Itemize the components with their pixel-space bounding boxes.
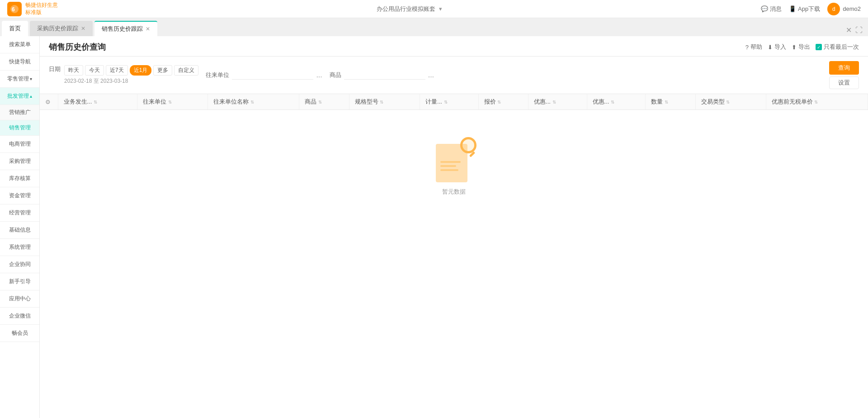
sort-unit-name-icon: ⇅ bbox=[250, 100, 254, 104]
sidebar-item-enterprise-coop[interactable]: 企业协同 bbox=[0, 256, 39, 273]
col-header-qty[interactable]: 数量 ⇅ bbox=[646, 94, 695, 110]
goods-filter: 商品 ... bbox=[330, 71, 434, 80]
help-icon: ? bbox=[745, 44, 749, 51]
sidebar-item-wholesale-mgmt[interactable]: 批发管理 ▴ bbox=[0, 88, 39, 105]
import-btn[interactable]: ⬇ 导入 bbox=[768, 43, 786, 51]
tab-sales-history-close[interactable]: ✕ bbox=[146, 26, 150, 32]
tab-fullscreen-icon[interactable]: ⛶ bbox=[855, 26, 863, 34]
col-header-biz-date[interactable]: 业务发生... ⇅ bbox=[58, 94, 137, 110]
workspace-dropdown-icon[interactable]: ▾ bbox=[439, 5, 442, 12]
logo-icon: 6 bbox=[7, 2, 22, 16]
tab-close-all-icon[interactable]: ✕ bbox=[846, 26, 852, 34]
col-price-label: 报价 bbox=[484, 98, 496, 105]
msg-btn[interactable]: 💬 消息 bbox=[761, 5, 782, 13]
col-header-price[interactable]: 报价 ⇅ bbox=[478, 94, 528, 110]
col-header-unit-name[interactable]: 往来单位名称 ⇅ bbox=[208, 94, 299, 110]
date-filter-group: 日期 昨天 今天 近7天 近1月 更多 自定义 2023-02-18 至 202… bbox=[49, 65, 198, 85]
sidebar-item-basic-info[interactable]: 基础信息 bbox=[0, 222, 39, 239]
from-unit-dots[interactable]: ... bbox=[316, 71, 322, 79]
col-goods-label: 商品 bbox=[305, 98, 316, 105]
sort-discount2-icon: ⇅ bbox=[611, 100, 614, 104]
from-unit-label: 往来单位 bbox=[206, 71, 229, 79]
sidebar-item-new-guide[interactable]: 新手引导 bbox=[0, 273, 39, 290]
empty-text: 暂元数据 bbox=[442, 188, 466, 196]
sidebar-sub-group: 营销推广 销售管理 bbox=[0, 105, 39, 136]
sidebar-item-retail-mgmt[interactable]: 零售管理 ▾ bbox=[0, 71, 39, 88]
page-title: 销售历史价查询 bbox=[49, 42, 106, 52]
col-header-unit[interactable]: 计量... ⇅ bbox=[420, 94, 479, 110]
user-info[interactable]: d demo2 bbox=[827, 3, 861, 15]
date-btn-more[interactable]: 更多 bbox=[153, 65, 172, 76]
date-btn-1month[interactable]: 近1月 bbox=[130, 65, 152, 76]
goods-dots[interactable]: ... bbox=[428, 71, 434, 79]
col-header-spec[interactable]: 规格型号 ⇅ bbox=[349, 94, 420, 110]
date-label: 日期 bbox=[49, 65, 61, 73]
col-header-tax-price[interactable]: 优惠前无税单价 ⇅ bbox=[766, 94, 868, 110]
col-header-discount1[interactable]: 优惠... ⇅ bbox=[528, 94, 587, 110]
export-btn[interactable]: ⬆ 导出 bbox=[792, 43, 810, 51]
col-header-goods[interactable]: 商品 ⇅ bbox=[299, 94, 349, 110]
tab-home[interactable]: 首页 bbox=[2, 21, 28, 36]
sidebar-item-quick-nav[interactable]: 快捷导航 bbox=[0, 53, 39, 71]
date-btn-7days[interactable]: 近7天 bbox=[106, 65, 128, 76]
settings-button[interactable]: 设置 bbox=[829, 76, 859, 89]
sidebar: 搜索菜单 快捷导航 零售管理 ▾ 批发管理 ▴ 营销推广 销售管理 电商管理 采… bbox=[0, 36, 40, 418]
topbar-right: 💬 消息 📱 App下载 d demo2 bbox=[761, 3, 861, 15]
col-biz-date-label: 业务发生... bbox=[64, 98, 92, 105]
sidebar-item-search-menu[interactable]: 搜索菜单 bbox=[0, 36, 39, 53]
gear-icon[interactable]: ⚙ bbox=[45, 99, 51, 105]
help-btn[interactable]: ? 帮助 bbox=[745, 43, 762, 51]
sidebar-item-marketing[interactable]: 营销推广 bbox=[0, 105, 39, 120]
from-unit-input[interactable] bbox=[232, 71, 313, 80]
sidebar-item-ecommerce-mgmt[interactable]: 电商管理 bbox=[0, 136, 39, 153]
topbar-left: 6 畅捷信好生意 标准版 bbox=[7, 2, 58, 16]
col-header-discount2[interactable]: 优惠... ⇅ bbox=[587, 94, 646, 110]
page-actions: ? 帮助 ⬇ 导入 ⬆ 导出 ✓ 只看最后一次 bbox=[745, 43, 859, 51]
tab-purchase-history-close[interactable]: ✕ bbox=[81, 25, 85, 32]
sidebar-item-business-mgmt[interactable]: 经营管理 bbox=[0, 204, 39, 222]
sidebar-item-finance-mgmt[interactable]: 资金管理 bbox=[0, 187, 39, 204]
col-discount2-label: 优惠... bbox=[593, 98, 609, 105]
col-header-trade-type[interactable]: 交易类型 ⇅ bbox=[695, 94, 766, 110]
sidebar-item-inventory[interactable]: 库存核算 bbox=[0, 170, 39, 187]
main-layout: 搜索菜单 快捷导航 零售管理 ▾ 批发管理 ▴ 营销推广 销售管理 电商管理 采… bbox=[0, 36, 868, 418]
action-buttons: 查询 设置 bbox=[829, 61, 859, 89]
sidebar-item-purchase-mgmt[interactable]: 采购管理 bbox=[0, 153, 39, 170]
col-header-unit-code[interactable]: 往来单位 ⇅ bbox=[137, 94, 208, 110]
msg-icon: 💬 bbox=[761, 5, 768, 12]
date-options-group: 昨天 今天 近7天 近1月 更多 自定义 2023-02-18 至 2023-0… bbox=[64, 65, 198, 85]
goods-input[interactable] bbox=[344, 71, 425, 80]
sidebar-item-app-center[interactable]: 应用中心 bbox=[0, 290, 39, 308]
only-last-checkbox[interactable]: ✓ 只看最后一次 bbox=[816, 43, 859, 51]
col-trade-type-label: 交易类型 bbox=[701, 98, 725, 105]
date-btn-today[interactable]: 今天 bbox=[85, 65, 104, 76]
table-container: ⚙ 业务发生... ⇅ 往来单位 ⇅ 往来单位名称 ⇅ bbox=[40, 94, 868, 418]
filter-bar: 日期 昨天 今天 近7天 近1月 更多 自定义 2023-02-18 至 202… bbox=[40, 57, 868, 94]
col-unit-label: 计量... bbox=[425, 98, 442, 105]
sidebar-item-system-mgmt[interactable]: 系统管理 bbox=[0, 239, 39, 256]
app-icon: 📱 bbox=[789, 5, 796, 12]
sort-unit-icon: ⇅ bbox=[444, 100, 448, 104]
date-range: 2023-02-18 至 2023-03-18 bbox=[64, 77, 198, 85]
topbar-workspace[interactable]: 办公用品行业模拟账套 ▾ bbox=[377, 5, 442, 13]
sidebar-item-member[interactable]: 畅会员 bbox=[0, 325, 39, 342]
sort-goods-icon: ⇅ bbox=[318, 100, 322, 104]
sort-qty-icon: ⇅ bbox=[665, 100, 668, 104]
goods-label: 商品 bbox=[330, 71, 341, 79]
doc-line-1 bbox=[440, 161, 461, 163]
sort-discount1-icon: ⇅ bbox=[552, 100, 556, 104]
col-unit-name-label: 往来单位名称 bbox=[213, 98, 249, 105]
col-header-gear[interactable]: ⚙ bbox=[40, 94, 58, 110]
page-header: 销售历史价查询 ? 帮助 ⬇ 导入 ⬆ 导出 ✓ bbox=[40, 36, 868, 57]
app-download-btn[interactable]: 📱 App下载 bbox=[789, 5, 820, 13]
date-btn-yesterday[interactable]: 昨天 bbox=[64, 65, 83, 76]
sidebar-item-sales-mgmt[interactable]: 销售管理 bbox=[0, 120, 39, 136]
sidebar-item-enterprise-wechat[interactable]: 企业微信 bbox=[0, 308, 39, 325]
tab-sales-history[interactable]: 销售历史价跟踪 ✕ bbox=[94, 21, 157, 36]
sort-tax-price-icon: ⇅ bbox=[814, 100, 818, 104]
query-button[interactable]: 查询 bbox=[829, 61, 859, 75]
date-btn-custom[interactable]: 自定义 bbox=[174, 65, 198, 76]
col-discount1-label: 优惠... bbox=[534, 98, 551, 105]
tab-purchase-history[interactable]: 采购历史价跟踪 ✕ bbox=[30, 21, 93, 36]
doc-line-3 bbox=[440, 169, 458, 171]
